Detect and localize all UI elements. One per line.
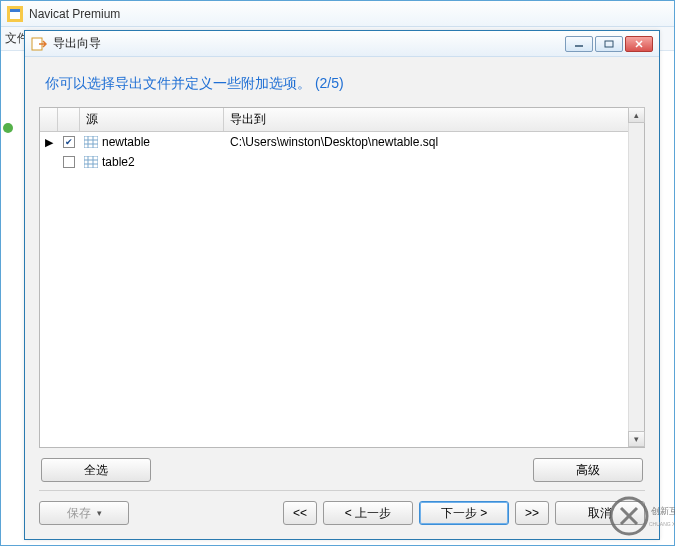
dialog-body: 你可以选择导出文件并定义一些附加选项。 (2/5) 源 导出到 ▶ ✔ newt… <box>25 57 659 539</box>
table-icon <box>84 136 98 148</box>
header-row-indicator <box>40 108 58 131</box>
nav-button-group: << < 上一步 下一步 > >> 取消 <box>283 501 645 525</box>
table-icon <box>84 156 98 168</box>
vertical-scrollbar[interactable]: ▴ ▾ <box>628 108 644 447</box>
export-icon <box>31 36 47 52</box>
source-name: table2 <box>102 155 135 169</box>
close-button[interactable] <box>625 36 653 52</box>
wizard-instruction: 你可以选择导出文件并定义一些附加选项。 (2/5) <box>39 73 645 107</box>
row-checkbox[interactable] <box>63 156 75 168</box>
separator <box>39 490 645 491</box>
prev-button[interactable]: < 上一步 <box>323 501 413 525</box>
save-button[interactable]: 保存 ▾ <box>39 501 129 525</box>
svg-rect-6 <box>605 41 613 47</box>
select-all-button[interactable]: 全选 <box>41 458 151 482</box>
svg-point-3 <box>3 123 13 133</box>
header-checkbox-col <box>58 108 80 131</box>
table-row[interactable]: ▶ ✔ newtable C:\Users\winston\Desktop\ne… <box>40 132 628 152</box>
row-checkbox[interactable]: ✔ <box>63 136 75 148</box>
header-source[interactable]: 源 <box>80 108 224 131</box>
middle-button-row: 全选 高级 <box>39 448 645 488</box>
destination-path[interactable]: C:\Users\winston\Desktop\newtable.sql <box>224 135 628 149</box>
scroll-up-icon[interactable]: ▴ <box>628 107 645 123</box>
window-controls <box>565 36 653 52</box>
last-button[interactable]: >> <box>515 501 549 525</box>
table-row[interactable]: table2 <box>40 152 628 172</box>
row-indicator-icon: ▶ <box>40 136 58 149</box>
cancel-button[interactable]: 取消 <box>555 501 645 525</box>
svg-rect-12 <box>84 156 98 168</box>
export-table: 源 导出到 ▶ ✔ newtable C:\Users\winston\Desk… <box>39 107 645 448</box>
app-title: Navicat Premium <box>29 7 120 21</box>
save-label: 保存 <box>67 505 91 522</box>
bottom-button-row: 保存 ▾ << < 上一步 下一步 > >> 取消 <box>39 501 645 525</box>
minimize-button[interactable] <box>565 36 593 52</box>
first-button[interactable]: << <box>283 501 317 525</box>
table-header: 源 导出到 <box>40 108 628 132</box>
source-name: newtable <box>102 135 150 149</box>
svg-rect-7 <box>84 136 98 148</box>
chevron-down-icon: ▾ <box>97 508 102 518</box>
tree-node-icon <box>1 121 15 135</box>
next-button[interactable]: 下一步 > <box>419 501 509 525</box>
app-titlebar: Navicat Premium <box>1 1 674 27</box>
export-wizard-dialog: 导出向导 你可以选择导出文件并定义一些附加选项。 (2/5) 源 导出到 ▶ ✔ <box>24 30 660 540</box>
app-sidebar <box>1 51 19 135</box>
svg-rect-2 <box>10 9 20 12</box>
app-icon <box>7 6 23 22</box>
dialog-titlebar[interactable]: 导出向导 <box>25 31 659 57</box>
dialog-title: 导出向导 <box>53 35 565 52</box>
scroll-down-icon[interactable]: ▾ <box>628 431 645 447</box>
maximize-button[interactable] <box>595 36 623 52</box>
header-export-to[interactable]: 导出到 <box>224 108 628 131</box>
advanced-button[interactable]: 高级 <box>533 458 643 482</box>
